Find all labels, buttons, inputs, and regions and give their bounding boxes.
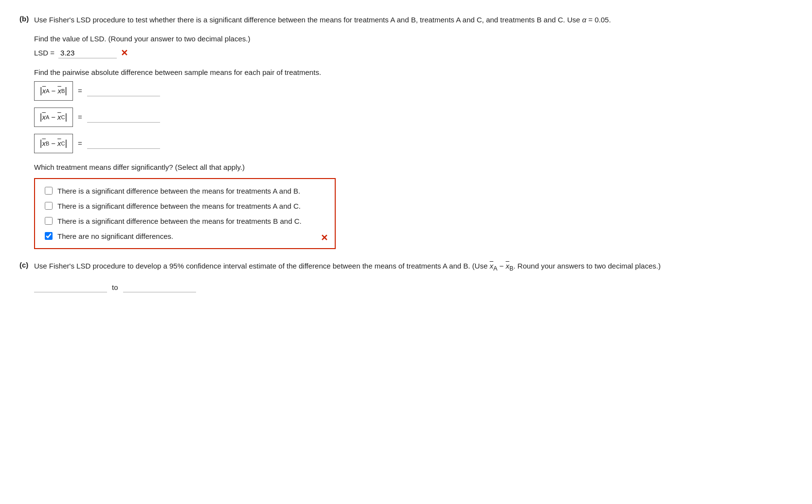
checkbox-x-mark[interactable]: ✕ xyxy=(321,233,328,243)
checkbox-row-4: There are no significant differences. xyxy=(45,232,325,240)
checkbox-opt3[interactable] xyxy=(45,217,53,225)
equals-ac: = xyxy=(78,113,82,121)
to-text: to xyxy=(112,283,118,291)
checkbox-container: There is a significant difference betwee… xyxy=(34,178,336,249)
checkbox-opt1[interactable] xyxy=(45,187,53,195)
lsd-input[interactable] xyxy=(58,48,117,58)
lsd-section: Find the value of LSD. (Round your answe… xyxy=(34,35,793,58)
checkbox-label-3[interactable]: There is a significant difference betwee… xyxy=(57,217,302,225)
diff-row-ac: | xA − xC | = xyxy=(34,108,793,127)
equals-ab: = xyxy=(78,87,82,95)
diff-row-ab: | xA − xB | = xyxy=(34,81,793,101)
math-expr-ab: | xA − xB | xyxy=(34,81,73,101)
checkbox-label-2[interactable]: There is a significant difference betwee… xyxy=(57,202,301,210)
ci-to-input[interactable] xyxy=(123,282,196,292)
checkbox-row-3: There is a significant difference betwee… xyxy=(45,217,325,225)
part-b-letter: (b) xyxy=(19,15,29,23)
part-b-header: (b) Use Fisher's LSD procedure to test w… xyxy=(19,15,793,26)
which-treatment-section: Which treatment means differ significant… xyxy=(34,163,793,249)
lsd-row: LSD = ✕ xyxy=(34,48,793,58)
ci-from-input[interactable] xyxy=(34,282,107,292)
abs-input-bc[interactable] xyxy=(87,138,160,149)
checkbox-row-2: There is a significant difference betwee… xyxy=(45,202,325,210)
lsd-x-mark[interactable]: ✕ xyxy=(121,48,128,58)
equals-bc: = xyxy=(78,139,82,147)
math-expr-bc: | xB − xC | xyxy=(34,134,73,153)
checkbox-label-1[interactable]: There is a significant difference betwee… xyxy=(57,187,300,195)
abs-input-ac[interactable] xyxy=(87,112,160,123)
part-c-section: (c) Use Fisher's LSD procedure to develo… xyxy=(19,261,793,293)
pairwise-section: Find the pairwise absolute difference be… xyxy=(34,68,793,153)
part-c-description: Use Fisher's LSD procedure to develop a … xyxy=(34,261,661,273)
abs-input-ab[interactable] xyxy=(87,86,160,96)
lsd-label: LSD = xyxy=(34,49,54,57)
pairwise-instruction: Find the pairwise absolute difference be… xyxy=(34,68,793,76)
lsd-instruction: Find the value of LSD. (Round your answe… xyxy=(34,35,793,43)
which-treatment-question: Which treatment means differ significant… xyxy=(34,163,793,171)
part-c-header: (c) Use Fisher's LSD procedure to develo… xyxy=(19,261,793,273)
checkbox-row-1: There is a significant difference betwee… xyxy=(45,187,325,195)
part-c-letter: (c) xyxy=(19,261,29,269)
checkbox-label-4[interactable]: There are no significant differences. xyxy=(57,232,173,240)
confidence-interval-row: to xyxy=(34,282,793,292)
math-expr-ac: | xA − xC | xyxy=(34,108,73,127)
part-b-description: Use Fisher's LSD procedure to test wheth… xyxy=(34,15,611,26)
diff-row-bc: | xB − xC | = xyxy=(34,134,793,153)
checkbox-opt2[interactable] xyxy=(45,202,53,210)
checkbox-opt4[interactable] xyxy=(45,232,53,240)
